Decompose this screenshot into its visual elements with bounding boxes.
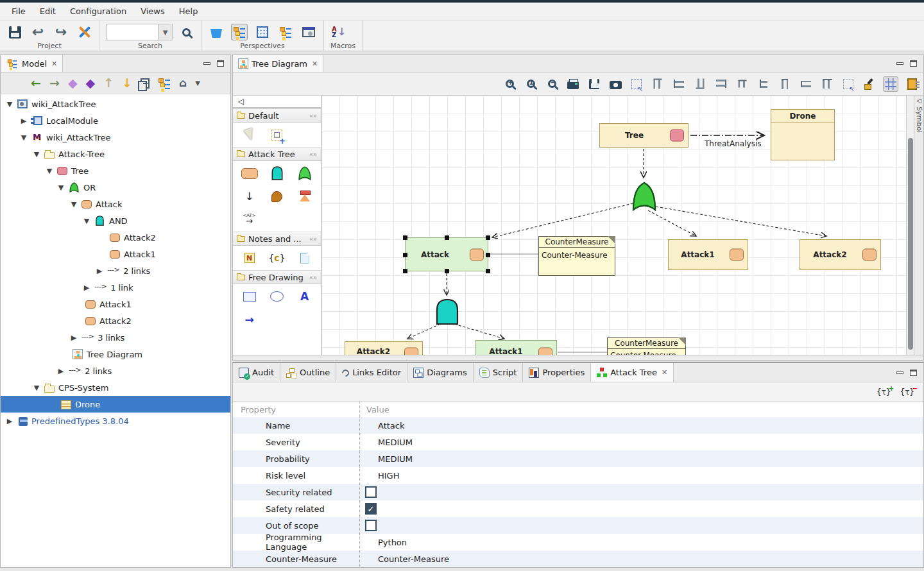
selection-handle[interactable] (445, 269, 449, 273)
search-run-button[interactable] (178, 24, 194, 40)
menu-configuration[interactable]: Configuration (64, 4, 133, 19)
attack2-sub-node-chip[interactable] (404, 348, 418, 355)
tree-item-attack2-2[interactable]: Attack2 (1, 312, 230, 329)
format-brush-button[interactable] (862, 76, 877, 92)
maximize-icon[interactable] (910, 60, 917, 67)
center-horizontal-button[interactable] (756, 76, 771, 92)
section-collapse-icon[interactable]: «» (309, 112, 317, 119)
menu-views[interactable]: Views (134, 4, 171, 19)
marquee-add-tool[interactable] (263, 126, 291, 143)
tab-tree-diagram[interactable]: Tree Diagram ✕ (233, 55, 323, 72)
selection-handle[interactable] (486, 235, 490, 240)
distribute-button[interactable] (819, 76, 835, 92)
column-header-property[interactable]: Property (233, 402, 360, 417)
cursor-tool[interactable] (235, 126, 263, 143)
selection-handle[interactable] (403, 235, 407, 240)
same-height-button[interactable] (798, 76, 814, 92)
tree-item-wiki-attacktree-root[interactable]: ▼wiki_AttackTree (1, 96, 230, 112)
section-collapse-icon[interactable]: «» (309, 235, 317, 243)
fit-button[interactable] (841, 76, 856, 92)
and-gate-node[interactable] (434, 298, 460, 325)
drone-block[interactable]: Drone (771, 109, 835, 160)
symbol-library-button[interactable] (904, 76, 920, 92)
remove-property-button[interactable]: {τ}− (900, 388, 915, 396)
attack1-node[interactable]: Attack1 (668, 239, 748, 270)
selection-handle[interactable] (486, 269, 490, 273)
search-dropdown-button[interactable]: ▼ (158, 24, 173, 40)
tab-attack-tree[interactable]: Attack Tree✕ (591, 363, 674, 382)
undo-button[interactable]: ↩ (30, 24, 46, 40)
az-sort-macro-button[interactable]: AZ↓ (330, 24, 347, 40)
selection-handle[interactable] (445, 235, 449, 240)
safety-related-checkbox[interactable]: ✓ (365, 503, 377, 515)
attack2-node-chip[interactable] (862, 249, 877, 261)
tree-list-perspective-button[interactable] (277, 24, 294, 40)
diamond-dark-icon[interactable]: ◆ (86, 77, 96, 89)
tree-item-drone[interactable]: Drone (1, 396, 230, 413)
center-vertical-button[interactable] (735, 76, 750, 92)
bucket-button[interactable] (208, 24, 225, 40)
vertical-scrollbar[interactable] (906, 96, 914, 355)
tree-item-localmodule[interactable]: ▶LocalModule (1, 112, 230, 129)
same-width-button[interactable] (777, 76, 792, 92)
tab-script[interactable]: Script (474, 363, 524, 382)
tree-view-icon[interactable] (158, 77, 171, 90)
tree-item-cps-system[interactable]: ▼CPS-System (1, 379, 230, 396)
search-input[interactable] (106, 24, 158, 40)
save-button[interactable] (6, 24, 23, 40)
attack-node-chip[interactable] (470, 248, 484, 260)
attack-node-selected[interactable]: Attack (405, 237, 488, 271)
attack1-node-chip[interactable] (730, 249, 744, 261)
constraint-tool[interactable]: {c} (263, 250, 291, 266)
align-left-button[interactable] (671, 76, 687, 92)
out-of-scope-checkbox[interactable] (365, 520, 377, 531)
table-row-severity[interactable]: SeverityMEDIUM (233, 434, 923, 450)
palette-section-free-drawing[interactable]: Free Drawing«» (233, 270, 321, 284)
more-dropdown-icon[interactable]: ▼ (195, 80, 200, 87)
attack2-sub-node[interactable]: Attack2 (345, 341, 423, 355)
or-gate-node[interactable] (631, 182, 657, 211)
security-related-checkbox[interactable] (365, 486, 377, 498)
tree-item-attack1-2[interactable]: Attack1 (1, 296, 230, 312)
attack-tree-link-tool[interactable]: <AT>→ (235, 211, 263, 228)
countermeasure-note-1[interactable]: CounterMeasure Counter-Measure (538, 236, 615, 276)
tab-audit[interactable]: Audit (233, 363, 280, 382)
zoom-100-button[interactable]: 1 (523, 76, 538, 92)
ellipse-tool[interactable] (263, 288, 291, 305)
palette-section-attack-tree[interactable]: Attack Tree«» (233, 147, 321, 161)
maximize-icon[interactable] (910, 370, 917, 376)
link-arrow-tool[interactable]: ↓ (235, 188, 263, 205)
diagram-canvas[interactable]: Tree Drone ThreatAnalysis Attack (321, 96, 906, 355)
selection-handle[interactable] (403, 269, 407, 273)
and-gate-tool[interactable] (263, 165, 291, 182)
tree-item-attack-tree-folder[interactable]: ▼Attack-Tree (1, 146, 230, 162)
tools-button[interactable] (76, 24, 92, 40)
redo-button[interactable]: ↪ (53, 24, 69, 40)
tree-item-2-links[interactable]: ▶--->2 links (1, 262, 230, 279)
document-tool[interactable] (291, 250, 318, 266)
arrow-tool[interactable]: → (235, 311, 263, 328)
timer-tool[interactable] (291, 188, 318, 205)
tab-links-editor[interactable]: Links Editor (336, 363, 407, 382)
grid-toggle-button[interactable] (883, 76, 898, 92)
section-collapse-icon[interactable]: «» (309, 151, 317, 158)
column-header-value[interactable]: Value (360, 402, 923, 417)
palette-section-default[interactable]: Default«» (233, 108, 321, 123)
selection-handle[interactable] (486, 253, 490, 257)
table-row-out-of-scope[interactable]: Out of scope (233, 517, 923, 534)
add-property-button[interactable]: {τ}+ (877, 388, 891, 396)
menu-help[interactable]: Help (173, 4, 205, 19)
symbol-collapse-icon[interactable]: ◁ (916, 97, 921, 104)
tree-item-3-links[interactable]: ▶--->3 links (1, 329, 230, 346)
or-gate-tool[interactable] (291, 165, 318, 182)
tree-item-or[interactable]: ▼OR (1, 179, 230, 196)
tree-item-predefinedtypes[interactable]: ▶PredefinedTypes 3.8.04 (1, 413, 230, 429)
align-bottom-button[interactable] (692, 76, 708, 92)
minimize-icon[interactable] (203, 62, 210, 65)
attack-tree-tab-close-icon[interactable]: ✕ (662, 368, 667, 377)
tree-item-and[interactable]: ▼AND (1, 212, 230, 229)
up-icon[interactable]: ↑ (103, 77, 114, 89)
table-row-counter-measure[interactable]: Counter-MeasureCounter-Measure (233, 550, 923, 567)
countermeasure-note-2[interactable]: CounterMeasure Counter-Measure (607, 337, 686, 355)
diamond-light-icon[interactable]: ◆ (68, 77, 78, 89)
